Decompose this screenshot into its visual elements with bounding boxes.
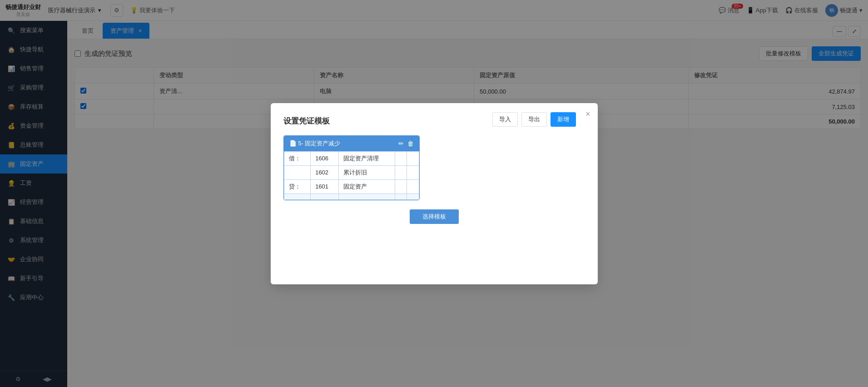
col3 xyxy=(395,165,407,179)
account-name: 固定资产 xyxy=(339,179,395,194)
account-name: 固定资产清理 xyxy=(339,151,395,165)
modal-set-voucher-template: × 导入 导出 新增 设置凭证模板 📄 5- xyxy=(271,103,598,284)
col4 xyxy=(407,179,419,194)
account-code: 1601 xyxy=(311,179,339,194)
template-card: 📄 5- 固定资产减少 ✏ 🗑 xyxy=(283,135,420,200)
modal-toolbar: 导入 导出 新增 xyxy=(492,112,576,127)
template-row: 借： 1606 固定资产清理 xyxy=(284,151,419,165)
template-number: 5- xyxy=(298,140,303,147)
template-name: 固定资产减少 xyxy=(305,140,340,147)
template-row-empty xyxy=(284,194,419,199)
export-button[interactable]: 导出 xyxy=(521,112,547,127)
entry-type: 借： xyxy=(284,151,311,165)
col3 xyxy=(395,151,407,165)
template-table: 借： 1606 固定资产清理 1602 xyxy=(284,151,419,200)
template-card-actions: ✏ 🗑 xyxy=(398,140,414,147)
empty-cell xyxy=(407,194,419,199)
choose-template-button[interactable]: 选择模板 xyxy=(410,209,459,224)
doc-icon: 📄 xyxy=(289,140,297,147)
empty-cell xyxy=(284,194,311,199)
new-template-button[interactable]: 新增 xyxy=(551,112,576,127)
col4 xyxy=(407,151,419,165)
empty-cell xyxy=(395,194,407,199)
col4 xyxy=(407,165,419,179)
edit-icon[interactable]: ✏ xyxy=(398,140,404,147)
account-code: 1606 xyxy=(311,151,339,165)
modal-close-button[interactable]: × xyxy=(585,109,590,119)
content-area: 首页 资产管理 × — ⤢ 生成的凭证预览 批量修改模板 xyxy=(67,21,868,387)
template-card-title: 📄 5- 固定资产减少 xyxy=(289,139,341,148)
col3 xyxy=(395,179,407,194)
empty-cell xyxy=(311,194,339,199)
modal-backdrop: × 导入 导出 新增 设置凭证模板 📄 5- xyxy=(67,21,868,387)
account-code: 1602 xyxy=(311,165,339,179)
template-row: 1602 累计折旧 xyxy=(284,165,419,179)
modal-body: 📄 5- 固定资产减少 ✏ 🗑 xyxy=(283,135,585,272)
import-button[interactable]: 导入 xyxy=(492,112,518,127)
account-name: 累计折旧 xyxy=(339,165,395,179)
empty-cell xyxy=(339,194,395,199)
entry-type xyxy=(284,165,311,179)
template-row: 贷： 1601 固定资产 xyxy=(284,179,419,194)
entry-type: 贷： xyxy=(284,179,311,194)
template-card-header: 📄 5- 固定资产减少 ✏ 🗑 xyxy=(284,136,419,151)
delete-icon[interactable]: 🗑 xyxy=(407,140,414,147)
